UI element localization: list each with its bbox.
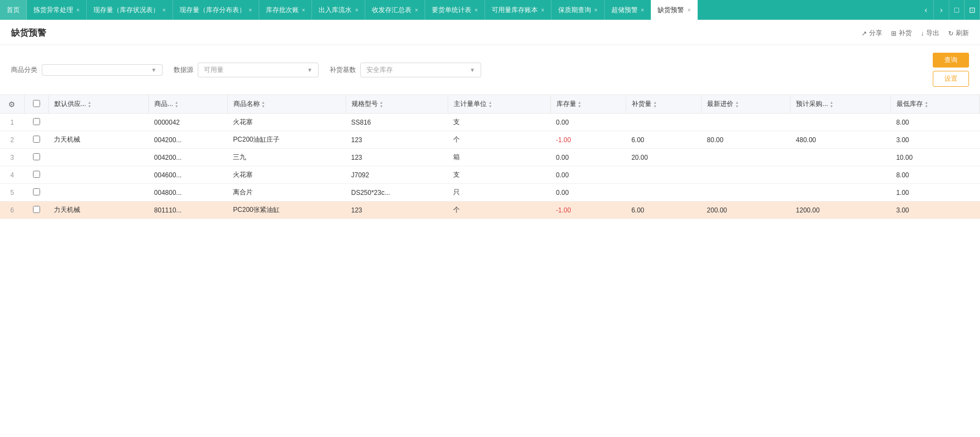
sort-product_code[interactable]: 商品...▲▼ bbox=[154, 99, 222, 109]
cell-est_purchase: 1200.00 bbox=[790, 201, 891, 219]
tab-inout-flow[interactable]: 出入库流水× bbox=[312, 0, 365, 20]
cell-latest_price bbox=[701, 114, 790, 131]
col-header-min_inventory[interactable]: 最低库存▲▼ bbox=[890, 95, 979, 114]
tab-prev-btn[interactable]: ‹ bbox=[918, 0, 934, 20]
tab-label-abnormal: 拣货异常处理 bbox=[34, 5, 73, 15]
replenish-base-select[interactable]: 安全库存 ▼ bbox=[360, 63, 481, 77]
setting-button[interactable]: 设置 bbox=[933, 71, 969, 87]
tab-home[interactable]: 首页 bbox=[0, 0, 27, 20]
tab-abnormal[interactable]: 拣货异常处理× bbox=[27, 0, 87, 20]
col-header-default_supplier[interactable]: 默认供应...▲▼ bbox=[48, 95, 149, 114]
cell-min_inventory: 3.00 bbox=[890, 201, 979, 219]
sort-min_inventory[interactable]: 最低库存▲▼ bbox=[897, 99, 974, 109]
tab-inventory-dist[interactable]: 现存量（库存分布表）× bbox=[173, 0, 259, 20]
row-checkbox-4[interactable] bbox=[33, 171, 40, 178]
row-checkbox-2[interactable] bbox=[33, 136, 40, 143]
col-header-replenish_qty[interactable]: 补货量▲▼ bbox=[626, 95, 701, 114]
col-label-product_name: 商品名称 bbox=[233, 99, 260, 109]
refresh-button[interactable]: ↻ 刷新 bbox=[948, 29, 969, 38]
tab-batch-account[interactable]: 库存批次账× bbox=[259, 0, 313, 20]
sort-icon-product_code: ▲▼ bbox=[175, 100, 179, 108]
row-checkbox-1[interactable] bbox=[33, 118, 40, 125]
datasource-value: 可用量 bbox=[204, 65, 224, 75]
tab-window-btn[interactable]: □ bbox=[949, 0, 965, 20]
page-title: 缺货预警 bbox=[11, 27, 46, 39]
tab-label-receive-send: 收发存汇总表 bbox=[372, 5, 411, 15]
col-label-est_purchase: 预计采购... bbox=[796, 99, 828, 109]
tab-close-available-ledger[interactable]: × bbox=[541, 7, 544, 13]
row-checkbox-6[interactable] bbox=[33, 206, 40, 213]
tab-close-batch-account[interactable]: × bbox=[302, 7, 305, 13]
sort-inventory[interactable]: 库存量▲▼ bbox=[556, 99, 620, 109]
tab-label-home: 首页 bbox=[7, 5, 20, 15]
tab-fullscreen-btn[interactable]: ⊡ bbox=[965, 0, 980, 20]
tab-demand-stats[interactable]: 要货单统计表× bbox=[425, 0, 485, 20]
cell-product_name: PC200张紧油缸 bbox=[227, 201, 346, 219]
cell-est_purchase bbox=[790, 114, 891, 131]
tab-label-inout-flow: 出入库流水 bbox=[319, 5, 352, 15]
select-all-checkbox[interactable] bbox=[33, 100, 40, 107]
tab-label-available-ledger: 可用量库存账本 bbox=[492, 5, 538, 15]
query-button[interactable]: 查询 bbox=[933, 53, 969, 68]
cell-spec: J7092 bbox=[346, 166, 448, 184]
tab-receive-send[interactable]: 收发存汇总表× bbox=[365, 0, 425, 20]
cell-replenish_qty bbox=[626, 166, 701, 184]
sort-spec[interactable]: 规格型号▲▼ bbox=[352, 99, 442, 109]
col-header-unit[interactable]: 主计量单位▲▼ bbox=[448, 95, 550, 114]
tab-available-ledger[interactable]: 可用量库存账本× bbox=[485, 0, 552, 20]
replenish-button[interactable]: ⊞ 补货 bbox=[891, 29, 912, 38]
col-label-default_supplier: 默认供应... bbox=[54, 99, 86, 109]
row-checkbox-3[interactable] bbox=[33, 153, 40, 160]
cell-product_code: 004200... bbox=[149, 149, 228, 166]
replenish-base-filter-group: 补货基数 安全库存 ▼ bbox=[330, 63, 481, 77]
col-label-min_inventory: 最低库存 bbox=[897, 99, 923, 109]
sort-est_purchase[interactable]: 预计采购...▲▼ bbox=[796, 99, 885, 109]
tab-close-shortage-warn[interactable]: × bbox=[687, 7, 691, 13]
tab-shortage-warn[interactable]: 缺货预警× bbox=[651, 0, 698, 20]
replenish-base-label: 补货基数 bbox=[330, 65, 356, 75]
tab-close-demand-stats[interactable]: × bbox=[475, 7, 478, 13]
col-label-inventory: 库存量 bbox=[556, 99, 576, 109]
sort-latest_price[interactable]: 最新进价▲▼ bbox=[707, 99, 784, 109]
col-header-latest_price[interactable]: 最新进价▲▼ bbox=[701, 95, 790, 114]
col-header-inventory[interactable]: 库存量▲▼ bbox=[550, 95, 626, 114]
sort-replenish_qty[interactable]: 补货量▲▼ bbox=[632, 99, 695, 109]
sort-product_name[interactable]: 商品名称▲▼ bbox=[233, 99, 340, 109]
tab-close-inventory-status[interactable]: × bbox=[163, 7, 166, 13]
tab-close-expiry-query[interactable]: × bbox=[594, 7, 598, 13]
col-header-spec[interactable]: 规格型号▲▼ bbox=[346, 95, 448, 114]
sort-default_supplier[interactable]: 默认供应...▲▼ bbox=[54, 99, 143, 109]
category-select[interactable]: ▼ bbox=[42, 64, 163, 76]
row-checkbox-5[interactable] bbox=[33, 188, 40, 195]
cell-product_code: 004200... bbox=[149, 131, 228, 149]
tab-inventory-status[interactable]: 现存量（库存状况表）× bbox=[87, 0, 173, 20]
datasource-select[interactable]: 可用量 ▼ bbox=[198, 63, 319, 77]
tab-close-overstock-warn[interactable]: × bbox=[641, 7, 644, 13]
col-header-product_code[interactable]: 商品...▲▼ bbox=[149, 95, 228, 114]
tab-close-receive-send[interactable]: × bbox=[415, 7, 418, 13]
col-header-est_purchase[interactable]: 预计采购...▲▼ bbox=[790, 95, 891, 114]
cell-est_purchase: 480.00 bbox=[790, 131, 891, 149]
tab-close-inout-flow[interactable]: × bbox=[355, 7, 358, 13]
cell-spec: SS816 bbox=[346, 114, 448, 131]
cell-min_inventory: 1.00 bbox=[890, 184, 979, 201]
tab-next-btn[interactable]: › bbox=[934, 0, 949, 20]
col-header-product_name[interactable]: 商品名称▲▼ bbox=[227, 95, 346, 114]
cell-latest_price: 200.00 bbox=[701, 201, 790, 219]
export-button[interactable]: ↓ 导出 bbox=[921, 29, 939, 38]
tab-overstock-warn[interactable]: 超储预警× bbox=[605, 0, 652, 20]
share-button[interactable]: ↗ 分享 bbox=[861, 29, 882, 38]
tab-close-abnormal[interactable]: × bbox=[76, 7, 80, 13]
tab-close-inventory-dist[interactable]: × bbox=[249, 7, 252, 13]
cell-inventory: -1.00 bbox=[550, 131, 626, 149]
tab-expiry-query[interactable]: 保质期查询× bbox=[552, 0, 605, 20]
cell-replenish_qty: 20.00 bbox=[626, 149, 701, 166]
tab-label-batch-account: 库存批次账 bbox=[266, 5, 299, 15]
cell-est_purchase bbox=[790, 149, 891, 166]
table-row: 10000042火花塞SS816支0.008.00 bbox=[0, 114, 980, 131]
cell-product_code: 801110... bbox=[149, 201, 228, 219]
sort-unit[interactable]: 主计量单位▲▼ bbox=[454, 99, 545, 109]
gear-icon[interactable]: ⚙ bbox=[8, 100, 15, 109]
cell-unit: 支 bbox=[448, 166, 550, 184]
cell-default_supplier: 力天机械 bbox=[48, 201, 149, 219]
